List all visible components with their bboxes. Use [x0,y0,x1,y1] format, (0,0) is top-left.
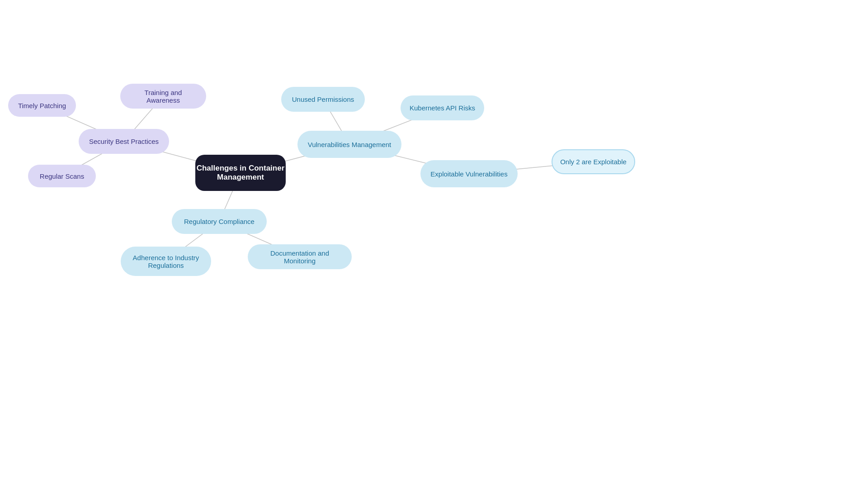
center-node[interactable]: Challenges in Container Management [195,155,286,191]
exploitable-vulnerabilities-node[interactable]: Exploitable Vulnerabilities [420,160,518,187]
regulatory-compliance-node[interactable]: Regulatory Compliance [172,209,267,234]
regular-scans-node[interactable]: Regular Scans [28,165,96,187]
kubernetes-api-risks-node[interactable]: Kubernetes API Risks [401,95,484,120]
vulnerabilities-management-node[interactable]: Vulnerabilities Management [297,131,401,158]
only2-exploitable-node[interactable]: Only 2 are Exploitable [552,149,635,174]
adherence-industry-regulations-node[interactable]: Adherence to Industry Regulations [121,247,211,276]
security-best-practices-node[interactable]: Security Best Practices [79,129,169,154]
unused-permissions-node[interactable]: Unused Permissions [281,87,365,112]
timely-patching-node[interactable]: Timely Patching [8,94,76,117]
training-awareness-node[interactable]: Training and Awareness [120,84,206,109]
documentation-monitoring-node[interactable]: Documentation and Monitoring [248,244,352,269]
